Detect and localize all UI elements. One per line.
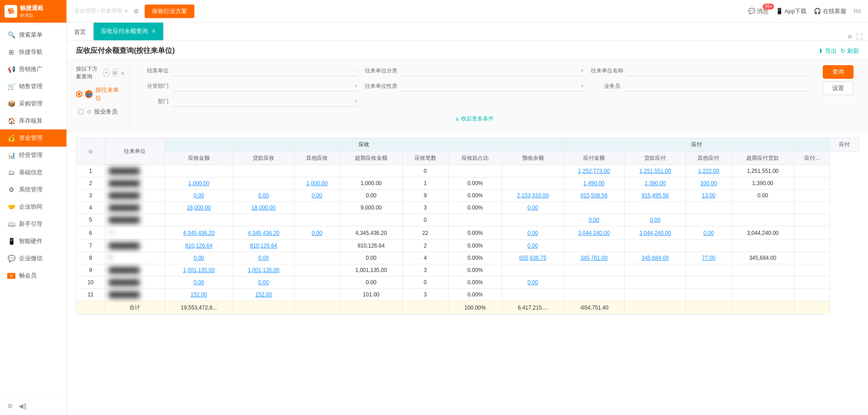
row-ar-ratio: 0.00%	[448, 264, 502, 277]
sidebar-label-marketing: 营销推广	[19, 65, 42, 73]
query-button[interactable]: 查询	[823, 65, 854, 79]
message-button[interactable]: 💬 消息 99+	[748, 7, 769, 15]
fenguan-select[interactable]: ▾	[172, 81, 358, 91]
row-ar-ratio: 0.00%	[448, 252, 502, 264]
row-ap-loan	[625, 277, 686, 289]
search-collapse-button[interactable]: ∧ 收起更多条件	[139, 111, 809, 126]
sidebar-item-finance[interactable]: 💰 资金管理	[0, 129, 66, 147]
row-ar-prepay	[502, 165, 563, 177]
tab-close-icon[interactable]: ✕	[151, 28, 156, 34]
table-gear-icon[interactable]: ⚙	[85, 146, 96, 157]
dept-label: 部门	[139, 98, 169, 105]
row-partner: ████████	[105, 264, 165, 277]
plan-option-partner[interactable]: 👥 按往来单位	[76, 84, 124, 104]
row-ar-ratio: 0.00%	[448, 240, 502, 252]
sidebar-item-quick-nav[interactable]: ⊞ 快捷导航	[0, 43, 66, 61]
basic-icon: 🗂	[7, 169, 15, 176]
sidebar-item-coop[interactable]: 🤝 企业协同	[0, 198, 66, 215]
wanglai-nature-select[interactable]: ▾	[401, 81, 583, 91]
total-ar-amount: 19,553,472,6...	[165, 301, 233, 315]
service-icon: 🎧	[814, 8, 821, 14]
wanglai-classify-arrow: ▾	[581, 67, 584, 74]
row-ap-extra	[794, 277, 830, 289]
row-ar-loan: 152.00	[233, 289, 294, 301]
table-row: 8 P 0.00 0.00 0.00 4 0.00% 655,636.75 34…	[76, 252, 859, 264]
top-header: 资金管理 / 往来管理 ▾ ⚙ 体验行业方案 💬 消息 99+ 📱 App下载 …	[67, 0, 868, 23]
wechat-icon: 💬	[7, 255, 15, 262]
row-ar-loan	[233, 214, 294, 226]
sidebar-label-coop: 企业协同	[19, 203, 42, 211]
row-ar-ratio	[448, 165, 502, 177]
sidebar-item-inventory[interactable]: 🏠 库存核算	[0, 112, 66, 129]
salesman-input[interactable]: ···	[624, 81, 809, 91]
page-container: 应收应付余额查询(按往来单位) ⬆ 导出 ↻ 刷新 按以下方案查询	[67, 41, 868, 415]
row-partner: ████████	[105, 277, 165, 289]
salesman-dots: ···	[805, 83, 809, 89]
logo-icon: 畅	[5, 5, 17, 18]
sidebar-item-member[interactable]: V 畅会员	[0, 267, 66, 284]
row-ap-other: 100.00	[686, 177, 731, 190]
tab-bar-controls: ✕ ⛶	[842, 33, 868, 40]
tab-bar: 首页 应收应付余额查询 ✕ ✕ ⛶	[67, 23, 868, 41]
sidebar-item-marketing[interactable]: 📢 营销推广	[0, 61, 66, 78]
search-add-button[interactable]: +	[103, 68, 109, 77]
tab-expand-icon[interactable]: ⛶	[856, 33, 863, 40]
sidebar-item-sales[interactable]: 🛒 销售管理	[0, 78, 66, 95]
sidebar-item-system[interactable]: ⚙ 系统管理	[0, 181, 66, 198]
app-download-button[interactable]: 📱 App下载	[776, 7, 807, 15]
sidebar-item-management[interactable]: 📊 经营管理	[0, 147, 66, 164]
marketing-icon: 📢	[7, 66, 15, 73]
row-ar-loan: 0.00	[233, 190, 294, 202]
sidebar-item-basic[interactable]: 🗂 基础信息	[0, 164, 66, 181]
row-ar-prepay	[502, 214, 563, 226]
refresh-button[interactable]: ↻ 刷新	[840, 47, 859, 55]
total-ar-ratio: 100.00%	[448, 301, 502, 315]
sidebar-label-member: 畅会员	[19, 272, 37, 280]
sidebar-settings-icon[interactable]: ⚙	[7, 402, 13, 410]
tab-ar-ap[interactable]: 应收应付余额查询 ✕	[94, 22, 164, 40]
sidebar-collapse-icon[interactable]: ◀‖	[19, 402, 27, 410]
sidebar-item-purchase[interactable]: 📦 采购管理	[0, 95, 66, 112]
trial-button[interactable]: 体验行业方案	[145, 5, 194, 18]
jiesuan-input[interactable]: ···	[172, 65, 358, 76]
sidebar-item-wechat[interactable]: 💬 企业微信	[0, 250, 66, 267]
total-ar-count	[402, 301, 448, 315]
breadcrumb: 资金管理 / 往来管理 ▾	[74, 7, 128, 15]
search-settings-button[interactable]: ⊕	[112, 68, 118, 77]
row-ap-loan	[625, 289, 686, 301]
sidebar-item-search-menu[interactable]: 🔍 搜索菜单	[0, 26, 66, 43]
row-ar-count: 9	[402, 190, 448, 202]
row-ar-amount: 0.00	[165, 277, 233, 289]
tab-close-window-icon[interactable]: ✕	[847, 33, 853, 40]
row-ap-extra	[794, 226, 830, 240]
row-ar-ratio: 0.00%	[448, 190, 502, 202]
export-button[interactable]: ⬆ 导出	[818, 47, 837, 55]
header-gear-icon[interactable]: ⚙	[133, 8, 139, 15]
online-service-button[interactable]: 🎧 在线客服	[814, 7, 846, 15]
field-wanglai-name: 往来单位名称	[591, 65, 809, 76]
wanglai-classify-select[interactable]: ▾	[401, 65, 583, 76]
row-ap-overdue	[731, 202, 794, 214]
row-ar-overdue: 0.00	[340, 190, 402, 202]
row-ap-amount: 0.00	[563, 214, 624, 226]
jiesuan-label: 结算单位	[139, 67, 169, 75]
wanglai-name-input[interactable]	[627, 65, 809, 76]
row-partner: ████████	[105, 165, 165, 177]
export-label: 导出	[825, 47, 837, 55]
sidebar-label-management: 经营管理	[19, 151, 42, 159]
search-expand-icon[interactable]: «	[121, 69, 124, 76]
row-ar-loan	[233, 165, 294, 177]
row-partner: ████████	[105, 289, 165, 301]
col-ar-loan: 贷款应收	[233, 152, 294, 165]
setting-button[interactable]: 设置	[823, 81, 854, 95]
tab-home[interactable]: 首页	[67, 24, 94, 40]
sidebar-item-hardware[interactable]: 📱 智能硬件	[0, 233, 66, 250]
row-num: 1	[76, 165, 105, 177]
collapse-label: 收起更多条件	[461, 115, 494, 123]
sidebar-item-guide[interactable]: 📖 新手引导	[0, 215, 66, 233]
dept-select[interactable]: ▾	[172, 96, 358, 107]
row-ap-overdue	[731, 214, 794, 226]
sidebar-label-inventory: 库存核算	[19, 117, 42, 125]
plan-option-salesman[interactable]: ⊙ 按业务员	[78, 106, 124, 118]
user-info[interactable]: Rit	[854, 8, 861, 14]
